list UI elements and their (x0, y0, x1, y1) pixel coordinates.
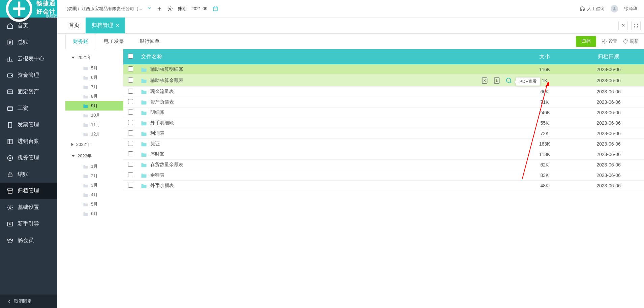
sidebar-item-archive[interactable]: 归档管理 (0, 183, 57, 199)
gear-icon[interactable] (167, 6, 173, 12)
year-node[interactable]: 2022年 (65, 139, 123, 150)
brand[interactable]: 畅捷通好会计 旗舰版 (0, 0, 57, 18)
file-name: 余额表 (150, 172, 164, 178)
month-node[interactable]: 3月 (65, 181, 123, 190)
svg-point-3 (11, 75, 12, 76)
month-node[interactable]: 11月 (65, 120, 123, 129)
month-node[interactable]: 8月 (65, 92, 123, 101)
download-pdf-icon[interactable] (493, 77, 500, 84)
table-row[interactable]: 利润表72K2023-06-06 (123, 128, 644, 139)
row-checkbox[interactable] (128, 99, 133, 104)
tab-home[interactable]: 首页 (63, 18, 86, 33)
month-node[interactable]: 5月 (65, 63, 123, 73)
calendar-icon[interactable] (212, 6, 218, 12)
sidebar-item-label: 进销台账 (18, 138, 39, 145)
table-row[interactable]: 辅助核算余额表PDF查看1K2023-06-06 (123, 75, 644, 87)
sidebar-item-member[interactable]: 畅会员 (0, 232, 57, 249)
sidebar-item-invoice[interactable]: 发票管理 (0, 117, 57, 133)
sidebar-item-psi[interactable]: 进销台账 (0, 133, 57, 150)
user-icon (612, 6, 617, 11)
table-row[interactable]: 现金流量表66K2023-06-06 (123, 87, 644, 97)
month-node[interactable]: 4月 (65, 190, 123, 199)
subtab-financial[interactable]: 财务账 (65, 34, 96, 49)
sidebar-item-tax[interactable]: 税务管理 (0, 150, 57, 166)
period-label: 账期 (178, 6, 187, 12)
month-node[interactable]: 7月 (65, 82, 123, 92)
month-label: 1月 (91, 163, 98, 170)
row-checkbox[interactable] (128, 172, 133, 177)
year-node[interactable]: 2023年 (65, 150, 123, 162)
file-date: 2023-06-06 (573, 139, 644, 149)
select-all-checkbox[interactable] (128, 54, 133, 59)
table-row[interactable]: 外币明细账55K2023-06-06 (123, 118, 644, 128)
refresh-icon (623, 39, 628, 44)
pin-toggle[interactable]: 取消固定 (0, 295, 57, 308)
table-row[interactable]: 凭证163K2023-06-06 (123, 139, 644, 149)
tab-archive[interactable]: 归档管理 × (86, 18, 125, 33)
table-row[interactable]: 明细账246K2023-06-06 (123, 107, 644, 118)
username[interactable]: 徐泽华 (624, 6, 637, 12)
sidebar: 畅捷通好会计 旗舰版 首页 总账 云报表中心 资金管理 固定资产 工资 发票管理… (0, 0, 57, 308)
close-icon[interactable]: × (116, 23, 119, 29)
month-label: 7月 (91, 84, 98, 90)
month-node[interactable]: 12月 (65, 129, 123, 139)
fullscreen-button[interactable] (631, 21, 641, 30)
sidebar-item-cloud-report[interactable]: 云报表中心 (0, 51, 57, 67)
row-checkbox[interactable] (128, 66, 133, 71)
row-checkbox[interactable] (128, 151, 133, 156)
table-row[interactable]: 资产负债表71K2023-06-06 (123, 97, 644, 107)
company-caret[interactable] (147, 6, 152, 11)
avatar[interactable] (611, 5, 618, 12)
add-icon[interactable] (156, 6, 162, 12)
settings-link[interactable]: 设置 (602, 38, 617, 44)
consult-link[interactable]: 人工咨询 (579, 6, 605, 12)
sidebar-item-salary[interactable]: 工资 (0, 100, 57, 117)
close-all-button[interactable]: ✕ (618, 21, 628, 30)
chart-icon (7, 56, 13, 62)
download-excel-icon[interactable] (481, 77, 488, 84)
row-checkbox[interactable] (128, 78, 133, 83)
sidebar-item-label: 首页 (18, 22, 28, 29)
table-row[interactable]: 存货数量余额表62K2023-06-06 (123, 160, 644, 170)
sidebar-item-ledger[interactable]: 总账 (0, 34, 57, 51)
month-node[interactable]: 1月 (65, 162, 123, 171)
year-node[interactable]: 2021年 (65, 52, 123, 63)
file-size: 246K (516, 107, 573, 118)
company-selector[interactable]: （勿删）江西服宝精品有限责任公司（... (64, 6, 142, 12)
sidebar-item-settings[interactable]: 基础设置 (0, 199, 57, 216)
month-node[interactable]: 9月 (65, 101, 123, 111)
table-row[interactable]: 辅助核算明细账116K2023-06-06 (123, 64, 644, 75)
sidebar-item-home[interactable]: 首页 (0, 18, 57, 34)
row-checkbox[interactable] (128, 183, 133, 188)
sidebar-item-funds[interactable]: 资金管理 (0, 67, 57, 84)
row-checkbox[interactable] (128, 110, 133, 115)
lock-icon (7, 171, 13, 178)
sidebar-item-label: 归档管理 (18, 187, 39, 194)
month-node[interactable]: 6月 (65, 73, 123, 82)
view-pdf-icon[interactable] (505, 77, 513, 84)
sidebar-item-close[interactable]: 结账 (0, 166, 57, 183)
row-checkbox[interactable] (128, 162, 133, 167)
archive-button[interactable]: 归档 (576, 36, 596, 47)
sidebar-item-label: 资金管理 (18, 72, 39, 79)
file-date: 2023-06-06 (573, 181, 644, 191)
row-checkbox[interactable] (128, 141, 133, 146)
period-value[interactable]: 2021-09 (191, 6, 208, 11)
table-row[interactable]: 外币余额表48K2023-06-06 (123, 181, 644, 191)
table-row[interactable]: 序时账113K2023-06-06 (123, 149, 644, 160)
row-checkbox[interactable] (128, 130, 133, 135)
file-name: 凭证 (150, 141, 160, 147)
sidebar-item-fixed-assets[interactable]: 固定资产 (0, 84, 57, 100)
refresh-link[interactable]: 刷新 (623, 38, 639, 44)
row-checkbox[interactable] (128, 89, 133, 94)
row-checkbox[interactable] (128, 120, 133, 125)
month-node[interactable]: 6月 (65, 209, 123, 218)
sidebar-item-guide[interactable]: 新手引导 (0, 216, 57, 232)
table-row[interactable]: 余额表83K2023-06-06 (123, 170, 644, 181)
month-node[interactable]: 2月 (65, 171, 123, 181)
month-node[interactable]: 5月 (65, 199, 123, 209)
subtab-einvoice[interactable]: 电子发票 (96, 34, 132, 49)
tabbar: 首页 归档管理 × ✕ (57, 18, 644, 34)
subtab-bank[interactable]: 银行回单 (132, 34, 167, 49)
month-node[interactable]: 10月 (65, 111, 123, 120)
